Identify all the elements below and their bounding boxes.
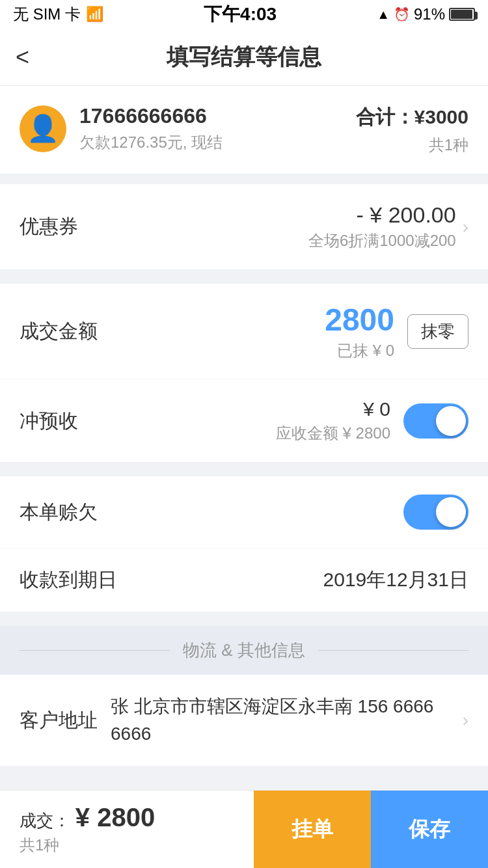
footer-deal-row: 成交： ¥ 2800 bbox=[20, 803, 234, 832]
customer-info: 17666666666 欠款1276.35元, 现结 bbox=[79, 104, 223, 153]
customer-debt: 欠款1276.35元, 现结 bbox=[79, 132, 223, 153]
due-date-label: 收款到期日 bbox=[20, 567, 117, 593]
avatar-icon: 👤 bbox=[27, 113, 59, 144]
chong-sub: 应收金额 ¥ 2800 bbox=[276, 423, 390, 444]
page-title: 填写结算等信息 bbox=[167, 42, 321, 72]
save-button[interactable]: 保存 bbox=[371, 791, 488, 869]
footer-deal-label: 成交： bbox=[20, 811, 70, 830]
status-time: 下午4:03 bbox=[204, 2, 277, 27]
section-divider-1 bbox=[0, 271, 488, 284]
separator-line-left bbox=[20, 650, 170, 651]
address-label: 客户地址 bbox=[20, 707, 98, 734]
separator-line-right bbox=[318, 650, 468, 651]
deal-section: 成交金额 2800 已抹 ¥ 0 抹零 冲预收 ¥ 0 应收金额 ¥ 2800 bbox=[0, 284, 488, 462]
total-value: ¥3000 bbox=[414, 106, 468, 128]
avatar: 👤 bbox=[20, 105, 66, 152]
coupon-desc: 全场6折满1000减200 bbox=[308, 230, 456, 251]
coupon-right: - ¥ 200.00 全场6折满1000减200 bbox=[308, 202, 456, 251]
chong-amount: ¥ 0 bbox=[363, 398, 390, 420]
deal-amount: 2800 bbox=[325, 302, 394, 338]
deal-value-wrap: 2800 已抹 ¥ 0 抹零 bbox=[325, 302, 468, 361]
coupon-row[interactable]: 优惠券 - ¥ 200.00 全场6折满1000减200 › bbox=[0, 184, 488, 269]
total-amount: 合计：¥3000 bbox=[356, 104, 468, 131]
location-icon: ▲ bbox=[377, 7, 390, 22]
nav-bar: < 填写结算等信息 bbox=[0, 29, 488, 86]
benshanqianqian-section: 本单赊欠 收款到期日 2019年12月31日 bbox=[0, 476, 488, 612]
footer-count: 共1种 bbox=[20, 835, 234, 856]
deal-sub: 已抹 ¥ 0 bbox=[325, 340, 394, 361]
chong-right: ¥ 0 应收金额 ¥ 2800 bbox=[276, 398, 390, 444]
hang-order-button[interactable]: 挂单 bbox=[254, 791, 371, 869]
deal-row: 成交金额 2800 已抹 ¥ 0 抹零 bbox=[0, 284, 488, 380]
section-divider-3 bbox=[0, 613, 488, 626]
address-row[interactable]: 客户地址 张 北京市市辖区海淀区永丰南 156 6666 6666 › bbox=[0, 675, 488, 766]
total-label: 合计： bbox=[356, 106, 414, 128]
due-date-row: 收款到期日 2019年12月31日 bbox=[0, 549, 488, 612]
address-right: 张 北京市市辖区海淀区永丰南 156 6666 6666 › bbox=[111, 693, 468, 748]
benshanqianqian-row: 本单赊欠 bbox=[0, 476, 488, 549]
coupon-amount: - ¥ 200.00 bbox=[357, 202, 456, 228]
coupon-label: 优惠券 bbox=[20, 213, 78, 240]
status-left: 无 SIM 卡 📶 bbox=[13, 4, 103, 25]
alarm-icon: ⏰ bbox=[394, 7, 410, 22]
coupon-right-wrap: - ¥ 200.00 全场6折满1000减200 › bbox=[308, 202, 468, 251]
separator-text: 物流 & 其他信息 bbox=[183, 639, 305, 662]
benshanqianqian-toggle[interactable] bbox=[403, 495, 468, 530]
content-area: 👤 17666666666 欠款1276.35元, 现结 合计：¥3000 共1… bbox=[0, 86, 488, 868]
status-bar: 无 SIM 卡 📶 下午4:03 ▲ ⏰ 91% bbox=[0, 0, 488, 29]
footer-amount: ¥ 2800 bbox=[75, 803, 155, 832]
round-zero-button[interactable]: 抹零 bbox=[407, 314, 468, 349]
total-count: 共1种 bbox=[356, 135, 468, 156]
battery-percent: 91% bbox=[414, 5, 445, 23]
back-button[interactable]: < bbox=[16, 44, 29, 71]
deal-amount-block: 2800 已抹 ¥ 0 bbox=[325, 302, 394, 361]
chong-yushou-toggle[interactable] bbox=[403, 403, 468, 439]
benshanqianqian-label: 本单赊欠 bbox=[20, 499, 98, 526]
chevron-right-icon: › bbox=[463, 217, 468, 237]
customer-card: 👤 17666666666 欠款1276.35元, 现结 合计：¥3000 共1… bbox=[0, 86, 488, 174]
status-right: ▲ ⏰ 91% bbox=[377, 5, 475, 23]
customer-left: 👤 17666666666 欠款1276.35元, 现结 bbox=[20, 104, 223, 153]
chong-yushou-row: 冲预收 ¥ 0 应收金额 ¥ 2800 bbox=[0, 380, 488, 462]
address-chevron-icon: › bbox=[463, 710, 468, 731]
customer-total: 合计：¥3000 共1种 bbox=[356, 104, 468, 156]
benshanqianqian-toggle-knob bbox=[436, 497, 466, 527]
chong-value-toggle: ¥ 0 应收金额 ¥ 2800 bbox=[276, 398, 468, 444]
section-divider-2 bbox=[0, 463, 488, 476]
deal-label: 成交金额 bbox=[20, 318, 98, 345]
due-date-value: 2019年12月31日 bbox=[323, 567, 468, 593]
wifi-icon: 📶 bbox=[86, 6, 103, 23]
carrier-text: 无 SIM 卡 bbox=[13, 4, 81, 25]
battery-icon bbox=[449, 8, 475, 21]
bottom-footer: 成交： ¥ 2800 共1种 挂单 保存 bbox=[0, 790, 488, 868]
toggle-knob bbox=[436, 406, 466, 436]
address-value: 张 北京市市辖区海淀区永丰南 156 6666 6666 bbox=[111, 693, 456, 748]
customer-phone: 17666666666 bbox=[79, 104, 223, 128]
chong-yushou-label: 冲预收 bbox=[20, 408, 78, 435]
bottom-left: 成交： ¥ 2800 共1种 bbox=[0, 803, 254, 856]
logistics-separator: 物流 & 其他信息 bbox=[0, 626, 488, 675]
